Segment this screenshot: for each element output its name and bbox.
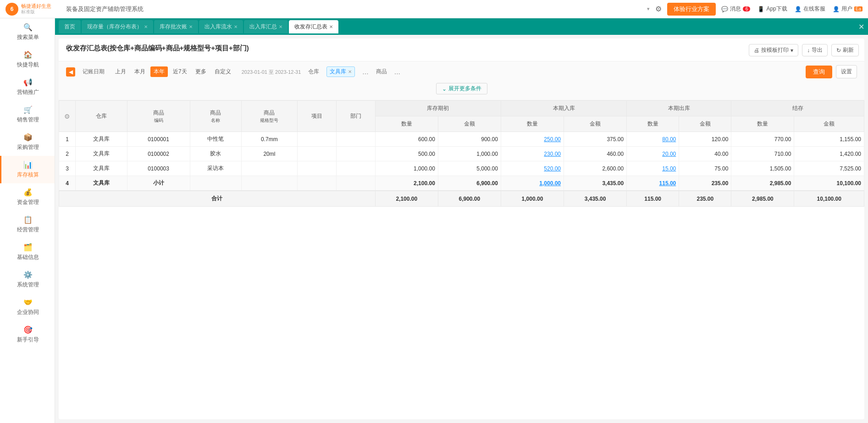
print-dropdown-icon[interactable]: ▾ xyxy=(791,47,793,54)
date-btn-this-month[interactable]: 本月 xyxy=(131,66,149,77)
row-product-code: 0100003 xyxy=(127,161,190,176)
col-department-header: 部门 xyxy=(336,101,375,132)
sidebar-item-operation[interactable]: 📋 经营管理 xyxy=(0,211,55,238)
date-btn-this-year[interactable]: 本年 xyxy=(150,66,168,77)
date-btn-last-month[interactable]: 上月 xyxy=(112,66,129,77)
row-product-code: 0100002 xyxy=(127,147,190,161)
top-bar: 6 畅捷通好生意 标准版 装备及固定资产辅助管理系统 ▾ ⚙ 体验行业方案 💬 … xyxy=(0,0,868,18)
sidebar-item-enterprise[interactable]: 🤝 企业协同 xyxy=(0,293,55,321)
row-closing-amt: 1,155.00 xyxy=(794,132,864,147)
tab-close-inventory-dist[interactable]: ✕ xyxy=(144,24,148,29)
message-btn[interactable]: 💬 消息 6 xyxy=(721,5,750,13)
filter-collapse-btn[interactable]: ◀ xyxy=(66,67,75,77)
table-row: 1文具库0100001中性笔0.7mm600.00900.00250.00375… xyxy=(59,132,864,147)
row-in-qty[interactable]: 520.00 xyxy=(501,161,564,176)
row-out-qty[interactable]: 15.00 xyxy=(627,161,679,176)
col-product-spec-header: 商品规格型号 xyxy=(242,101,298,132)
sidebar-item-purchase[interactable]: 📦 采购管理 xyxy=(0,128,55,156)
close-all-tabs-btn[interactable]: ✕ xyxy=(858,22,864,31)
row-in-qty-link[interactable]: 520.00 xyxy=(544,165,561,172)
row-out-amt: 75.00 xyxy=(679,161,731,176)
date-btn-more[interactable]: 更多 xyxy=(192,66,210,77)
col-in-header: 本期入库 xyxy=(501,101,626,116)
tab-home[interactable]: 首页 xyxy=(59,20,81,33)
row-opening-amt: 900.00 xyxy=(438,132,501,147)
sidebar-item-quick-nav[interactable]: 🏠 快捷导航 xyxy=(0,46,55,73)
warehouse-label: 仓库 xyxy=(308,68,319,76)
guide-icon: 🎯 xyxy=(23,325,33,334)
sidebar-item-marketing[interactable]: 📢 营销推广 xyxy=(0,73,55,101)
row-in-qty[interactable]: 1,000.00 xyxy=(501,176,564,191)
tab-batch-ledger[interactable]: 库存批次账 ✕ xyxy=(154,20,198,33)
tab-inventory-dist[interactable]: 现存量（库存分布表） ✕ xyxy=(82,20,153,33)
sidebar-item-search[interactable]: 🔍 搜索菜单 xyxy=(0,18,55,46)
row-in-qty[interactable]: 250.00 xyxy=(501,132,564,147)
tab-close-flow[interactable]: ✕ xyxy=(234,24,238,29)
sidebar-item-finance[interactable]: 💰 资金管理 xyxy=(0,183,55,211)
page-inner: 收发存汇总表(按仓库+商品编码+商品+规格型号+项目+部门) 🖨 按模板打印 ▾… xyxy=(59,38,864,419)
row-out-qty-link[interactable]: 115.00 xyxy=(659,180,676,187)
tab-summary[interactable]: 出入库汇总 ✕ xyxy=(244,20,288,33)
warehouse-tag-close[interactable]: ✕ xyxy=(348,69,352,74)
user-btn[interactable]: 👤 用户 Ea xyxy=(833,5,862,13)
system-dropdown-icon[interactable]: ▾ xyxy=(647,6,650,12)
row-closing-qty: 2,985.00 xyxy=(731,176,794,191)
footer-out-qty: 115.00 xyxy=(627,191,679,207)
warehouse-filter-dots[interactable]: ... xyxy=(362,68,368,76)
row-department xyxy=(336,161,375,176)
product-filter-dots[interactable]: ... xyxy=(394,68,400,76)
refresh-btn[interactable]: ↻ 刷新 xyxy=(831,44,859,56)
tab-receipt-summary[interactable]: 收发存汇总表 ✕ xyxy=(289,20,338,33)
sidebar-item-basic-info[interactable]: 🗂️ 基础信息 xyxy=(0,238,55,266)
filter-settings-btn[interactable]: 设置 xyxy=(836,65,857,78)
export-btn[interactable]: ↓ 导出 xyxy=(802,44,828,56)
row-out-amt: 235.00 xyxy=(679,176,731,191)
col-out-qty-header: 数量 xyxy=(627,116,679,132)
col-settings-header[interactable]: ⚙ xyxy=(59,101,76,132)
sales-icon: 🛒 xyxy=(23,105,33,114)
sidebar-item-sales[interactable]: 🛒 销售管理 xyxy=(0,101,55,128)
row-out-qty[interactable]: 80.00 xyxy=(627,132,679,147)
row-product-spec xyxy=(242,161,298,176)
row-in-qty-link[interactable]: 250.00 xyxy=(544,136,561,143)
tab-close-summary[interactable]: ✕ xyxy=(279,24,282,29)
tab-close-batch-ledger[interactable]: ✕ xyxy=(189,24,193,29)
row-opening-amt: 1,000.00 xyxy=(438,147,501,161)
table-footer-row: 合计 2,100.00 6,900.00 1,000.00 3,435.00 1… xyxy=(59,191,864,207)
row-product-spec: 20ml xyxy=(242,147,298,161)
system-settings-icon[interactable]: ⚙ xyxy=(655,5,662,13)
date-btn-7-days[interactable]: 近7天 xyxy=(170,66,190,77)
tab-close-receipt-summary[interactable]: ✕ xyxy=(329,24,333,29)
sidebar-item-guide[interactable]: 🎯 新手引导 xyxy=(0,321,55,348)
app-download-btn[interactable]: 📱 App下载 xyxy=(757,5,787,13)
row-in-qty-link[interactable]: 1,000.00 xyxy=(539,180,561,187)
row-out-qty-link[interactable]: 80.00 xyxy=(662,136,676,143)
try-btn[interactable]: 体验行业方案 xyxy=(667,3,716,16)
filter-area: ◀ 记账日期 上月 本月 本年 近7天 更多 自定义 2023-01-01 xyxy=(59,61,864,100)
row-in-qty-link[interactable]: 230.00 xyxy=(544,151,561,157)
col-in-amt-header: 金额 xyxy=(564,116,627,132)
query-btn[interactable]: 查询 xyxy=(806,66,832,78)
sidebar-item-inventory[interactable]: 📊 库存核算 xyxy=(0,156,55,183)
date-btn-custom[interactable]: 自定义 xyxy=(211,66,234,77)
row-out-qty[interactable]: 115.00 xyxy=(627,176,679,191)
row-product-name: 采访本 xyxy=(190,161,242,176)
col-warehouse-header: 仓库 xyxy=(76,101,127,132)
expand-filter-btn[interactable]: ⌄ 展开更多条件 xyxy=(436,83,487,94)
table-header-group-row: ⚙ 仓库 商品编码 商品名称 商品规格型号 项目 部门 库存期初 本期入库 本 xyxy=(59,101,864,116)
row-in-qty[interactable]: 230.00 xyxy=(501,147,564,161)
service-icon: 👤 xyxy=(795,6,802,12)
tab-flow[interactable]: 出入库流水 ✕ xyxy=(199,20,243,33)
row-out-qty-link[interactable]: 20.00 xyxy=(662,151,676,157)
row-out-qty[interactable]: 20.00 xyxy=(627,147,679,161)
sidebar-item-system[interactable]: ⚙️ 系统管理 xyxy=(0,266,55,293)
row-closing-qty: 1,505.00 xyxy=(731,161,794,176)
export-icon: ↓ xyxy=(807,47,810,54)
table-settings-icon[interactable]: ⚙ xyxy=(64,113,70,120)
print-btn[interactable]: 🖨 按模板打印 ▾ xyxy=(749,44,798,56)
row-no: 2 xyxy=(59,147,76,161)
row-out-qty-link[interactable]: 15.00 xyxy=(662,165,676,172)
warehouse-tag: 文具库 ✕ xyxy=(326,66,355,77)
online-service-btn[interactable]: 👤 在线客服 xyxy=(795,5,825,13)
user-badge: Ea xyxy=(854,6,862,11)
